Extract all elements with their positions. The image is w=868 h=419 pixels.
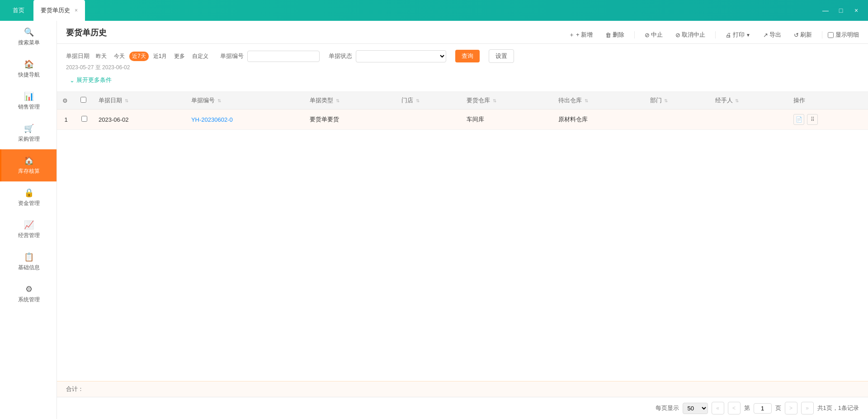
divider-2 bbox=[715, 31, 716, 38]
status-label: 单据状态 bbox=[329, 52, 352, 60]
table-head: ⚙ 单据日期 ⇅ 单据编号 bbox=[57, 92, 868, 110]
row-checkbox[interactable] bbox=[81, 116, 87, 122]
sidebar-item-basicinfo[interactable]: 📋 基础信息 bbox=[0, 246, 57, 278]
cancel-stop-label: 取消中止 bbox=[682, 31, 705, 39]
row-actions: 📄 ⠿ bbox=[788, 110, 868, 130]
sidebar-item-finance-label: 资金管理 bbox=[18, 200, 40, 207]
page-label: 第 bbox=[744, 404, 750, 412]
row-docnum: YH-20230602-0 bbox=[186, 110, 304, 130]
pagination-bar: 每页显示 50 100 « < 第 页 > » 共1页，1条记录 bbox=[57, 397, 868, 419]
row-more-btn[interactable]: ⠿ bbox=[807, 114, 818, 125]
sidebar-item-quicknav-label: 快捷导航 bbox=[18, 71, 40, 79]
sidebar-item-quicknav[interactable]: 🏠 快捷导航 bbox=[0, 53, 57, 85]
sort-date-icon: ⇅ bbox=[125, 98, 128, 103]
date-btn-custom[interactable]: 自定义 bbox=[189, 52, 211, 61]
sidebar-item-sales-label: 销售管理 bbox=[18, 103, 40, 111]
doc-link[interactable]: YH-20230602-0 bbox=[191, 116, 233, 123]
sidebar-item-basicinfo-label: 基础信息 bbox=[18, 264, 40, 271]
search-icon: 🔍 bbox=[24, 27, 34, 37]
th-store: 门店 ⇅ bbox=[396, 92, 461, 110]
stop-button[interactable]: ⊘ 中止 bbox=[640, 29, 667, 41]
sidebar-item-purchase[interactable]: 🛒 采购管理 bbox=[0, 117, 57, 149]
prev-page-btn[interactable]: < bbox=[728, 402, 741, 414]
print-icon: 🖨 bbox=[726, 32, 731, 38]
sidebar-item-system[interactable]: ⚙ 系统管理 bbox=[0, 278, 57, 310]
page-header: 要货单历史 ＋ + 新增 🗑 删除 bbox=[57, 21, 868, 44]
window-maximize-btn[interactable]: □ bbox=[835, 4, 847, 17]
page-size-label: 每页显示 bbox=[656, 404, 679, 412]
row-doctype: 要货单要货 bbox=[304, 110, 396, 130]
date-btn-7days[interactable]: 近7天 bbox=[129, 52, 149, 61]
docnum-input[interactable] bbox=[247, 51, 320, 62]
refresh-icon: ↺ bbox=[794, 32, 799, 38]
new-label: + 新增 bbox=[576, 31, 593, 39]
sidebar-item-inventory[interactable]: 🏠 库存核算 bbox=[0, 149, 57, 181]
sidebar-item-finance[interactable]: 🔒 资金管理 bbox=[0, 181, 57, 214]
window-close-btn[interactable]: × bbox=[850, 4, 863, 17]
sidebar-item-search[interactable]: 🔍 搜索菜单 bbox=[0, 21, 57, 53]
app-container: 首页 要货单历史 × — □ × 🔍 搜索菜单 🏠 快捷导航 📊 销售管理 bbox=[0, 0, 868, 419]
row-dept bbox=[645, 110, 710, 130]
next-page-btn[interactable]: > bbox=[785, 402, 797, 414]
th-outwarehouse: 待出仓库 ⇅ bbox=[553, 92, 645, 110]
page-input[interactable] bbox=[754, 403, 772, 414]
print-button[interactable]: 🖨 打印 ▼ bbox=[721, 29, 755, 41]
row-settings-cell: 1 bbox=[57, 110, 75, 130]
row-edit-btn[interactable]: 📄 bbox=[793, 114, 804, 125]
delete-button[interactable]: 🗑 删除 bbox=[601, 29, 629, 41]
date-btn-yesterday[interactable]: 昨天 bbox=[93, 52, 109, 61]
show-detail-checkbox[interactable] bbox=[828, 32, 834, 38]
date-btn-1month[interactable]: 近1月 bbox=[151, 52, 170, 61]
page-end-label: 页 bbox=[775, 404, 781, 412]
finance-icon: 🔒 bbox=[24, 188, 34, 198]
filter-status-group: 单据状态 bbox=[329, 50, 446, 62]
delete-label: 删除 bbox=[613, 31, 624, 39]
page-content: ⚙ 单据日期 ⇅ 单据编号 bbox=[57, 92, 868, 419]
settings-col-th[interactable]: ⚙ bbox=[57, 92, 75, 110]
top-bar-actions: — □ × bbox=[819, 4, 863, 17]
tab-home[interactable]: 首页 bbox=[5, 0, 32, 21]
query-button[interactable]: 查询 bbox=[455, 50, 480, 62]
cancel-stop-button[interactable]: ⊘ 取消中止 bbox=[671, 29, 710, 41]
date-filter-label: 单据日期 bbox=[66, 52, 90, 60]
refresh-button[interactable]: ↺ 刷新 bbox=[789, 29, 816, 41]
show-detail-label: 显示明细 bbox=[835, 31, 859, 39]
first-page-btn[interactable]: « bbox=[712, 402, 724, 414]
sidebar-item-inventory-label: 库存核算 bbox=[18, 167, 40, 175]
new-button[interactable]: ＋ + 新增 bbox=[564, 29, 597, 41]
home-icon: 🏠 bbox=[24, 59, 34, 69]
filter-row: 单据日期 昨天 今天 近7天 近1月 更多 自定义 bbox=[66, 49, 859, 63]
page-size-select[interactable]: 50 100 bbox=[683, 403, 708, 414]
th-actions: 操作 bbox=[788, 92, 868, 110]
settings-button[interactable]: 设置 bbox=[489, 49, 514, 63]
tab-close-icon[interactable]: × bbox=[75, 7, 78, 14]
main-area: 🔍 搜索菜单 🏠 快捷导航 📊 销售管理 🛒 采购管理 🏠 库存核算 🔒 bbox=[0, 21, 868, 419]
expand-more-btn[interactable]: ⌄ 展开更多条件 bbox=[66, 74, 859, 86]
sort-docnum-icon: ⇅ bbox=[217, 98, 221, 103]
select-all-checkbox[interactable] bbox=[80, 97, 86, 103]
show-detail-toggle[interactable]: 显示明细 bbox=[828, 31, 859, 39]
delete-icon: 🗑 bbox=[605, 32, 611, 38]
toolbar: ＋ + 新增 🗑 删除 ⊘ 中止 bbox=[564, 26, 859, 43]
sidebar-item-operations[interactable]: 📈 经营管理 bbox=[0, 214, 57, 246]
export-icon: ↗ bbox=[763, 32, 768, 38]
data-table: ⚙ 单据日期 ⇅ 单据编号 bbox=[57, 92, 868, 130]
window-minimize-btn[interactable]: — bbox=[819, 4, 832, 17]
th-dept: 部门 ⇅ bbox=[645, 92, 710, 110]
date-btn-today[interactable]: 今天 bbox=[111, 52, 127, 61]
date-btn-more[interactable]: 更多 bbox=[171, 52, 188, 61]
row-checkbox-cell bbox=[75, 110, 93, 130]
tab-active[interactable]: 要货单历史 × bbox=[33, 0, 85, 21]
row-handler bbox=[710, 110, 788, 130]
last-page-btn[interactable]: » bbox=[801, 402, 814, 414]
sidebar-item-sales[interactable]: 📊 销售管理 bbox=[0, 85, 57, 117]
row-store bbox=[396, 110, 461, 130]
status-select[interactable] bbox=[356, 50, 446, 62]
docnum-label: 单据编号 bbox=[220, 52, 244, 60]
sort-dept-icon: ⇅ bbox=[664, 98, 668, 103]
sidebar: 🔍 搜索菜单 🏠 快捷导航 📊 销售管理 🛒 采购管理 🏠 库存核算 🔒 bbox=[0, 21, 57, 419]
main-content: 要货单历史 ＋ + 新增 🗑 删除 bbox=[57, 21, 868, 419]
page-title: 要货单历史 bbox=[66, 27, 107, 38]
export-button[interactable]: ↗ 导出 bbox=[759, 29, 786, 41]
filter-date-btns: 昨天 今天 近7天 近1月 更多 自定义 bbox=[93, 52, 211, 61]
